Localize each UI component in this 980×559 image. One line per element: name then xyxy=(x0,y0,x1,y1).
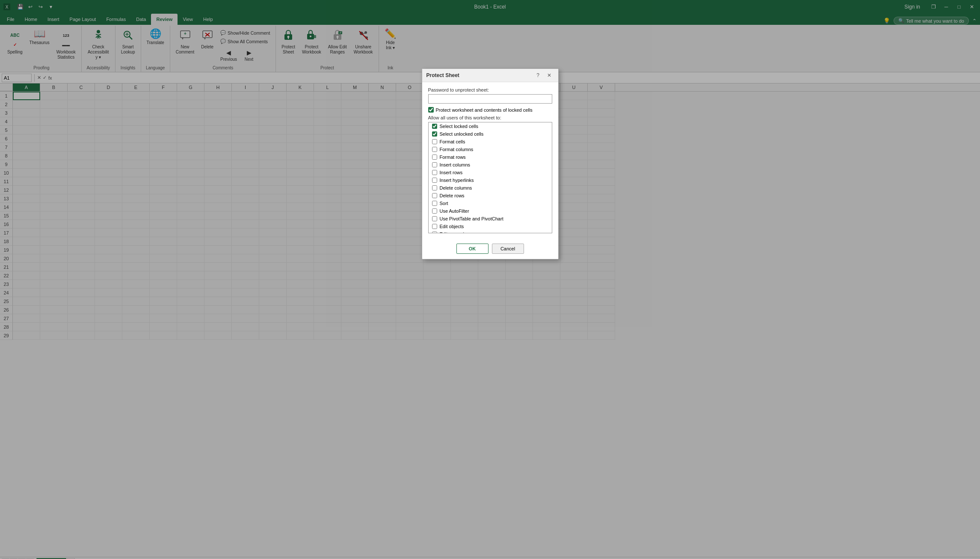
password-input[interactable] xyxy=(428,94,552,104)
protect-worksheet-label: Protect worksheet and contents of locked… xyxy=(436,107,533,113)
permission-item-12[interactable]: Use PivotTable and PivotChart xyxy=(429,215,552,223)
permission-checkbox-0[interactable] xyxy=(432,124,437,129)
permission-item-0[interactable]: Select locked cells xyxy=(429,122,552,130)
permission-item-7[interactable]: Insert hyperlinks xyxy=(429,176,552,184)
permission-checkbox-2[interactable] xyxy=(432,139,437,144)
permission-item-2[interactable]: Format cells xyxy=(429,138,552,146)
permission-label-8: Delete columns xyxy=(440,185,472,190)
dialog-close-button[interactable]: ✕ xyxy=(545,71,554,79)
permission-checkbox-10[interactable] xyxy=(432,201,437,206)
permission-item-8[interactable]: Delete columns xyxy=(429,184,552,192)
permission-label-2: Format cells xyxy=(440,139,465,144)
permission-checkbox-11[interactable] xyxy=(432,208,437,214)
permission-label-5: Insert columns xyxy=(440,162,471,167)
permission-item-5[interactable]: Insert columns xyxy=(429,161,552,169)
dialog-title: Protect Sheet xyxy=(426,72,459,78)
permission-label-11: Use AutoFilter xyxy=(440,208,469,214)
permission-item-11[interactable]: Use AutoFilter xyxy=(429,207,552,215)
permission-item-3[interactable]: Format columns xyxy=(429,146,552,153)
permission-label-7: Insert hyperlinks xyxy=(440,178,474,183)
permission-item-10[interactable]: Sort xyxy=(429,199,552,207)
password-label: Password to unprotect sheet: xyxy=(428,87,552,92)
permission-checkbox-4[interactable] xyxy=(432,155,437,160)
modal-overlay: Protect Sheet ? ✕ Password to unprotect … xyxy=(0,0,980,559)
permission-item-4[interactable]: Format rows xyxy=(429,153,552,161)
permissions-listbox: Select locked cellsSelect unlocked cells… xyxy=(428,122,552,233)
permission-label-3: Format columns xyxy=(440,147,474,152)
permission-item-14[interactable]: Edit scenarios xyxy=(429,230,552,233)
permission-checkbox-7[interactable] xyxy=(432,178,437,183)
permission-checkbox-14[interactable] xyxy=(432,232,437,233)
permission-label-10: Sort xyxy=(440,201,448,206)
permission-label-9: Delete rows xyxy=(440,193,465,198)
permission-label-0: Select locked cells xyxy=(440,124,479,129)
dialog-titlebar: Protect Sheet ? ✕ xyxy=(422,69,558,82)
protect-worksheet-checkbox[interactable] xyxy=(428,107,434,113)
permission-checkbox-1[interactable] xyxy=(432,131,437,137)
dialog-controls: ? ✕ xyxy=(533,71,554,79)
permission-checkbox-3[interactable] xyxy=(432,147,437,152)
permission-label-6: Insert rows xyxy=(440,170,463,175)
permission-checkbox-8[interactable] xyxy=(432,185,437,190)
permission-checkbox-12[interactable] xyxy=(432,216,437,221)
permission-label-14: Edit scenarios xyxy=(440,232,469,233)
permission-label-1: Select unlocked cells xyxy=(440,131,484,137)
dialog-body: Password to unprotect sheet: Protect wor… xyxy=(422,82,558,242)
permission-item-6[interactable]: Insert rows xyxy=(429,169,552,176)
permission-checkbox-13[interactable] xyxy=(432,224,437,229)
permission-label-13: Edit objects xyxy=(440,224,464,229)
ok-button[interactable]: OK xyxy=(456,244,489,254)
section-label: Allow all users of this worksheet to: xyxy=(428,115,552,120)
dialog-footer: OK Cancel xyxy=(422,242,558,259)
permission-label-4: Format rows xyxy=(440,155,466,160)
protect-sheet-dialog: Protect Sheet ? ✕ Password to unprotect … xyxy=(422,68,559,259)
permission-item-1[interactable]: Select unlocked cells xyxy=(429,130,552,138)
permission-item-9[interactable]: Delete rows xyxy=(429,192,552,199)
permission-checkbox-9[interactable] xyxy=(432,193,437,198)
cancel-button[interactable]: Cancel xyxy=(492,244,524,254)
permission-item-13[interactable]: Edit objects xyxy=(429,223,552,230)
protect-worksheet-row: Protect worksheet and contents of locked… xyxy=(428,107,552,113)
permission-checkbox-6[interactable] xyxy=(432,170,437,175)
dialog-help-button[interactable]: ? xyxy=(533,71,543,79)
permission-checkbox-5[interactable] xyxy=(432,162,437,167)
permission-label-12: Use PivotTable and PivotChart xyxy=(440,216,503,221)
